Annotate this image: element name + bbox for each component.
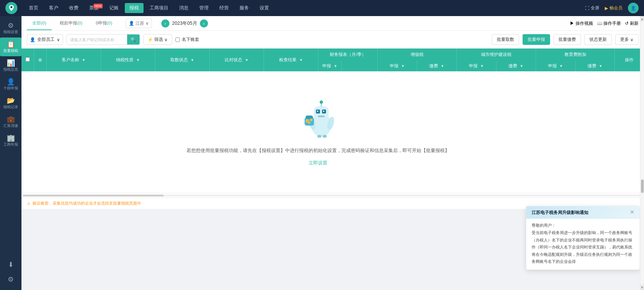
- tab-zero-declare[interactable]: 0申报(0): [91, 17, 118, 30]
- filter-icon: ⚡: [148, 37, 153, 42]
- employee-filter[interactable]: 👤 全部员工 ∨: [27, 34, 63, 45]
- batch-pay-button[interactable]: 批量缴费: [553, 34, 581, 45]
- account-checkbox[interactable]: [175, 38, 180, 42]
- nav-home[interactable]: 首页: [24, 3, 43, 13]
- sidebar-item-annual-report[interactable]: 🏢 工商年报: [0, 131, 21, 150]
- nav-operation[interactable]: 经营: [215, 3, 233, 13]
- settings-icon[interactable]: ⚙: [38, 58, 42, 63]
- nav-message[interactable]: 消息: [174, 3, 193, 13]
- status-update-button[interactable]: 状态更新: [584, 34, 612, 45]
- vat-declare-header: 申报 ▼: [377, 61, 417, 71]
- sidebar-settings[interactable]: ⚙: [4, 273, 17, 286]
- notification-popup: 江苏电子税务局升级影响通知 ✕ 尊敬的用户： 受当前电子税务局进一步升级的影响，…: [526, 206, 640, 270]
- top-navigation: 首页 客户 收费 票据 NEW 记账 报税 工商项目 消息 管理 经营 服务 设…: [0, 0, 644, 16]
- nav-settings[interactable]: 设置: [255, 3, 274, 13]
- urban-pay-filter-icon[interactable]: ▼: [520, 64, 523, 68]
- nav-tax[interactable]: 报税: [125, 3, 144, 13]
- urban-declare-filter-icon[interactable]: ▼: [480, 64, 484, 68]
- fullscreen-button[interactable]: ⛶ 全屏: [585, 5, 599, 11]
- tab-all[interactable]: 全部(0): [27, 17, 52, 30]
- notification-close-button[interactable]: ✕: [630, 210, 634, 215]
- financial-pay-header: [341, 61, 377, 71]
- scroll-thumb[interactable]: [23, 195, 164, 197]
- right-scrollbar: ▲ ▼: [640, 16, 644, 290]
- svg-point-8: [320, 100, 323, 104]
- manual-button[interactable]: 📖 操作手册: [597, 20, 621, 26]
- edu-declare-header: 申报 ▼: [536, 61, 575, 71]
- compare-filter-icon[interactable]: ▼: [245, 58, 249, 62]
- filter-button[interactable]: ⚡ 筛选 ∨: [143, 34, 172, 45]
- customer-name-header: 客户名称 ▼: [47, 49, 101, 71]
- account-checkbox-wrap[interactable]: 名下账套: [175, 37, 199, 43]
- empty-row: $ 若您想使用批量报税功能，请先在【报税设置】中进行报税的初始化设置，完成密码验…: [21, 71, 644, 193]
- avatar[interactable]: 👤: [628, 3, 639, 13]
- nav-accounting[interactable]: 记账: [105, 3, 123, 13]
- logo[interactable]: [5, 2, 17, 14]
- table-group-header: ⚙ 客户名称 ▼ 纳税性质 ▼ 取数状态 ▼: [21, 49, 644, 61]
- svg-rect-5: [317, 111, 318, 112]
- notification-body: 尊敬的用户： 受当前电子税务局进一步升级的影响，同一个政务网账号（办税人）名下的…: [526, 219, 640, 270]
- sidebar-item-tax-record[interactable]: 📂 报税记录: [0, 94, 21, 113]
- sidebar-label-settlement: 汇算清缴: [3, 124, 18, 128]
- refresh-icon: ↺: [625, 21, 629, 26]
- fullscreen-icon: ⛶: [585, 6, 589, 11]
- edu-declare-filter-icon[interactable]: ▼: [559, 64, 563, 68]
- edu-pay-filter-icon[interactable]: ▼: [599, 64, 602, 68]
- nav-industry[interactable]: 工商项目: [145, 3, 173, 13]
- fin-declare-filter-icon[interactable]: ▼: [334, 64, 337, 68]
- refresh-button[interactable]: ↺ 刷新: [625, 20, 639, 26]
- scroll-down-button[interactable]: ▼: [640, 285, 644, 290]
- financial-report-header: 财务报表（月/季）: [318, 49, 378, 61]
- setup-link[interactable]: 立即设置: [309, 160, 327, 165]
- scroll-track-right: [640, 21, 644, 285]
- prev-month-button[interactable]: ‹: [161, 19, 169, 27]
- svg-rect-13: [306, 116, 313, 119]
- video-tutorial-button[interactable]: ▶ 操作视频: [570, 20, 593, 26]
- sidebar-item-tax-settings[interactable]: ⚙ 报税设置: [0, 19, 21, 38]
- sidebar-item-batch-tax[interactable]: 📋 批量报税: [0, 38, 21, 56]
- nav-management[interactable]: 管理: [195, 3, 213, 13]
- batch-get-button[interactable]: 批量取数: [492, 34, 519, 45]
- search-input[interactable]: [67, 34, 127, 45]
- video-icon: ▶: [570, 21, 574, 26]
- fetch-status-header: 取数状态 ▼: [155, 49, 210, 71]
- sidebar-item-settlement[interactable]: 💼 汇算清缴: [0, 113, 21, 131]
- region-select[interactable]: 👤 江苏 ∨: [126, 19, 152, 28]
- nav-service[interactable]: 服务: [235, 3, 254, 13]
- table-wrap: ⚙ 客户名称 ▼ 纳税性质 ▼ 取数状态 ▼: [21, 49, 644, 193]
- search-button[interactable]: 🔍: [127, 34, 140, 45]
- more-chevron-icon: ∨: [630, 37, 634, 42]
- fetch-filter-icon[interactable]: ▼: [191, 58, 194, 62]
- sidebar-download[interactable]: ⬇: [4, 258, 17, 271]
- employee-icon: 👤: [30, 37, 35, 42]
- batch-declare-button[interactable]: 批量申报: [523, 34, 550, 45]
- vat-declare-filter-icon[interactable]: ▼: [401, 64, 405, 68]
- notification-content: 受当前电子税务局进一步升级的影响，同一个政务网账号（办税人）名下的企业不能再同时…: [532, 229, 634, 266]
- scroll-thumb-right[interactable]: [641, 179, 644, 193]
- select-all-checkbox[interactable]: [25, 57, 30, 62]
- sidebar-item-personal-tax[interactable]: 👤 个税申报: [0, 75, 21, 94]
- current-month: 2023年05月: [172, 20, 197, 26]
- search-icon: 🔍: [130, 37, 136, 42]
- next-month-button[interactable]: ›: [200, 19, 208, 27]
- svg-rect-9: [318, 116, 325, 117]
- horizontal-scrollbar[interactable]: [21, 193, 644, 198]
- scroll-up-button[interactable]: ▲: [640, 16, 644, 21]
- notification-greeting: 尊敬的用户：: [532, 222, 634, 229]
- tax-type-filter-icon[interactable]: ▼: [136, 58, 140, 62]
- check-filter-icon[interactable]: ▼: [299, 58, 303, 62]
- sidebar-item-tax-overview[interactable]: 📊 报税总览: [0, 56, 21, 75]
- sidebar-bottom: ⬇ ⚙: [4, 258, 17, 290]
- tab-bar: 全部(0) 税款申报(0) 0申报(0) 👤 江苏 ∨ ‹ 2023年05月 ›: [21, 16, 644, 31]
- more-button[interactable]: 更多 ∨: [615, 34, 639, 45]
- nav-invoice[interactable]: 票据 NEW: [85, 3, 103, 13]
- nav-customer[interactable]: 客户: [44, 3, 63, 13]
- operation-header: 操作: [615, 49, 644, 71]
- financial-declare-header: 申报 ▼: [318, 61, 342, 71]
- tab-tax-declare[interactable]: 税款申报(0): [54, 17, 88, 30]
- nav-fee[interactable]: 收费: [64, 3, 83, 13]
- customer-filter-icon[interactable]: ▼: [82, 58, 86, 62]
- toolbar-right: 批量取数 批量申报 批量缴费 状态更新 更多 ∨: [492, 34, 639, 45]
- member-button[interactable]: ▶ 畅会员: [605, 5, 623, 11]
- vat-pay-filter-icon[interactable]: ▼: [441, 64, 444, 68]
